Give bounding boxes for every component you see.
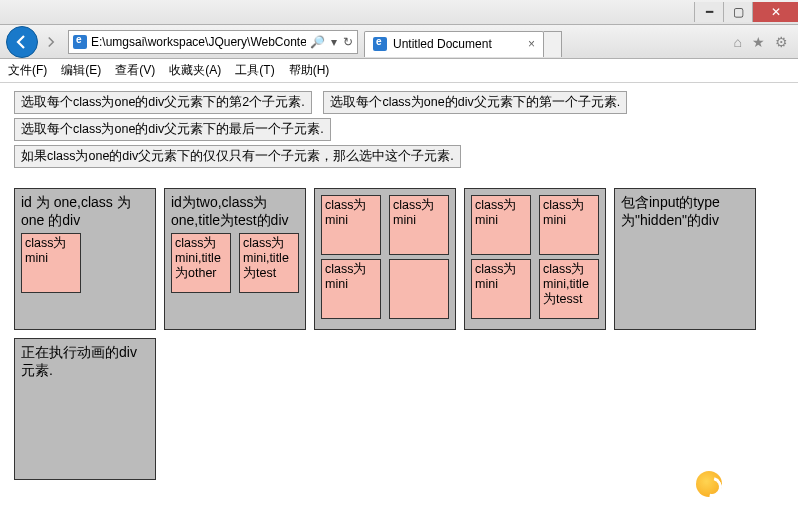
minimize-button[interactable]: ━ bbox=[694, 2, 723, 22]
mini-box: class为mini,title为test bbox=[239, 233, 299, 293]
box-label: 正在执行动画的div元素. bbox=[21, 344, 137, 378]
tab-title: Untitled Document bbox=[393, 37, 492, 51]
box-three: class为mini class为mini class为mini bbox=[314, 188, 456, 330]
demo-boxes: id 为 one,class 为 one 的div class为mini id为… bbox=[14, 188, 784, 330]
arrow-left-icon bbox=[14, 34, 30, 50]
tab-strip: Untitled Document × bbox=[364, 27, 734, 57]
menu-edit[interactable]: 编辑(E) bbox=[61, 62, 101, 79]
mini-box: class为mini bbox=[471, 259, 531, 319]
box-four: class为mini class为mini class为mini class为m… bbox=[464, 188, 606, 330]
favorites-icon[interactable]: ★ bbox=[752, 34, 765, 50]
box-one: id 为 one,class 为 one 的div class为mini bbox=[14, 188, 156, 330]
btn-last-child[interactable]: 选取每个class为one的div父元素下的最后一个子元素. bbox=[14, 118, 331, 141]
close-button[interactable]: ✕ bbox=[752, 2, 798, 22]
box-label: id 为 one,class 为 one 的div bbox=[21, 194, 131, 228]
maximize-button[interactable]: ▢ bbox=[723, 2, 752, 22]
menu-help[interactable]: 帮助(H) bbox=[289, 62, 330, 79]
mini-box: class为mini bbox=[321, 259, 381, 319]
btn-nth-child-2[interactable]: 选取每个class为one的div父元素下的第2个子元素. bbox=[14, 91, 312, 114]
watermark: 创新互联 bbox=[696, 471, 788, 497]
box-two: id为two,class为one,title为test的div class为mi… bbox=[164, 188, 306, 330]
tab-close-icon[interactable]: × bbox=[520, 37, 535, 51]
dropdown-icon[interactable]: ▾ bbox=[331, 35, 337, 49]
ie-icon bbox=[373, 37, 387, 51]
nav-bar: 🔎 ▾ ↻ Untitled Document × ⌂ ★ ⚙ bbox=[0, 25, 798, 59]
watermark-icon bbox=[696, 471, 722, 497]
box-animating: 正在执行动画的div元素. bbox=[14, 338, 156, 480]
mini-box: class为mini,title为tesst bbox=[539, 259, 599, 319]
new-tab-button[interactable] bbox=[544, 31, 562, 57]
btn-only-child[interactable]: 如果class为one的div父元素下的仅仅只有一个子元素，那么选中这个子元素. bbox=[14, 145, 461, 168]
forward-button[interactable] bbox=[40, 28, 62, 56]
page-content: 选取每个class为one的div父元素下的第2个子元素. 选取每个class为… bbox=[0, 83, 798, 488]
box-label: id为two,class为one,title为test的div bbox=[171, 194, 289, 228]
menu-tools[interactable]: 工具(T) bbox=[235, 62, 274, 79]
search-icon[interactable]: 🔎 bbox=[310, 35, 325, 49]
mini-box: class为mini,title为other bbox=[171, 233, 231, 293]
btn-first-child[interactable]: 选取每个class为one的div父元素下的第一个子元素. bbox=[323, 91, 627, 114]
refresh-icon[interactable]: ↻ bbox=[343, 35, 353, 49]
browser-tab[interactable]: Untitled Document × bbox=[364, 31, 544, 57]
mini-box: class为mini bbox=[389, 195, 449, 255]
gear-icon[interactable]: ⚙ bbox=[775, 34, 788, 50]
url-input[interactable] bbox=[91, 35, 306, 49]
mini-box: class为mini bbox=[471, 195, 531, 255]
menu-favorites[interactable]: 收藏夹(A) bbox=[169, 62, 221, 79]
arrow-right-icon bbox=[45, 36, 57, 48]
mini-box: class为mini bbox=[21, 233, 81, 293]
mini-box-empty bbox=[389, 259, 449, 319]
menu-view[interactable]: 查看(V) bbox=[115, 62, 155, 79]
box-label: 包含input的type为"hidden"的div bbox=[621, 194, 720, 228]
watermark-text: 创新互联 bbox=[728, 475, 788, 494]
window-titlebar: ━ ▢ ✕ bbox=[0, 0, 798, 25]
mini-box: class为mini bbox=[539, 195, 599, 255]
mini-box: class为mini bbox=[321, 195, 381, 255]
ie-icon bbox=[73, 35, 87, 49]
back-button[interactable] bbox=[6, 26, 38, 58]
home-icon[interactable]: ⌂ bbox=[734, 34, 742, 50]
box-hidden-input: 包含input的type为"hidden"的div bbox=[614, 188, 756, 330]
menu-bar: 文件(F) 编辑(E) 查看(V) 收藏夹(A) 工具(T) 帮助(H) bbox=[0, 59, 798, 83]
address-bar[interactable]: 🔎 ▾ ↻ bbox=[68, 30, 358, 54]
menu-file[interactable]: 文件(F) bbox=[8, 62, 47, 79]
